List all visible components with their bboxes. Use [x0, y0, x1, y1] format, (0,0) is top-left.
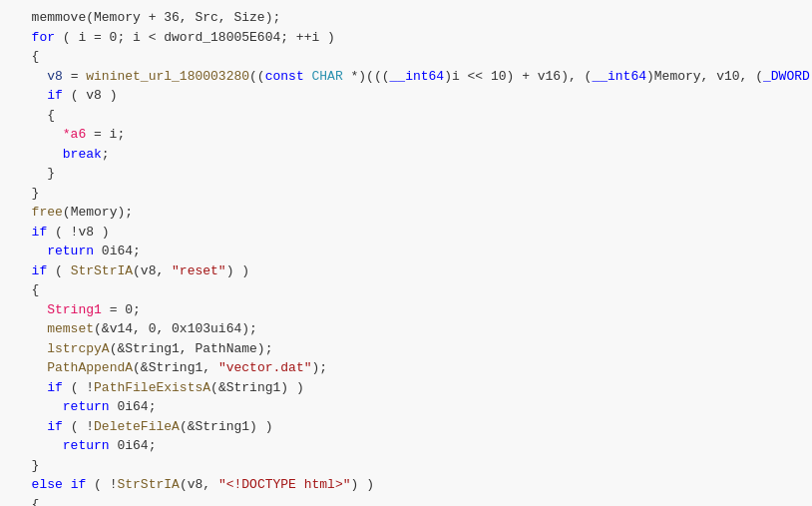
- token: (v8,: [133, 263, 172, 278]
- token: "<!DOCTYPE html>": [218, 477, 351, 492]
- line-content: {: [0, 280, 812, 300]
- token: PathAppendA: [47, 360, 133, 375]
- line-content: memset(&v14, 0, 0x103ui64);: [0, 319, 812, 339]
- token: ( i = 0; i < dword_18005E604; ++i ): [55, 30, 335, 45]
- token: {: [32, 282, 40, 297]
- token: ( !: [63, 380, 94, 395]
- token: wininet_url_180003280: [86, 69, 249, 84]
- token: (&String1,: [133, 360, 218, 375]
- code-line: if ( v8 ): [0, 86, 812, 106]
- token: if: [47, 419, 63, 434]
- token: ( !: [63, 419, 94, 434]
- line-content: }: [0, 164, 812, 184]
- token: ( !: [86, 477, 117, 492]
- line-content: return 0i64;: [0, 436, 812, 456]
- line-content: PathAppendA(&String1, "vector.dat");: [0, 358, 812, 378]
- token: lstrcpyA: [47, 341, 109, 356]
- token: {: [32, 497, 40, 507]
- code-line: for ( i = 0; i < dword_18005E604; ++i ): [0, 28, 812, 48]
- token: );: [312, 360, 328, 375]
- code-line: free(Memory);: [0, 203, 812, 223]
- code-line: }: [0, 164, 812, 184]
- line-content: if ( !PathFileExistsA(&String1) ): [0, 378, 812, 398]
- token: DeleteFileA: [94, 419, 180, 434]
- line-content: {: [0, 495, 812, 507]
- token: = 0;: [102, 302, 141, 317]
- token: {: [47, 108, 55, 123]
- line-content: }: [0, 184, 812, 204]
- line-content: return 0i64;: [0, 397, 812, 417]
- token: break: [63, 147, 102, 162]
- token: else: [32, 477, 63, 492]
- line-content: else if ( !StrStrIA(v8, "<!DOCTYPE html>…: [0, 475, 812, 495]
- token: __int64: [592, 69, 646, 84]
- token: return: [63, 399, 110, 414]
- token: CHAR: [312, 69, 343, 84]
- token: StrStrIA: [117, 477, 179, 492]
- line-content: if ( !DeleteFileA(&String1) ): [0, 417, 812, 437]
- token: ) ): [226, 263, 249, 278]
- token: (: [47, 263, 70, 278]
- token: if: [71, 477, 87, 492]
- token: (&String1) ): [180, 419, 273, 434]
- code-line: if ( StrStrIA(v8, "reset") ): [0, 261, 812, 281]
- line-content: if ( !v8 ): [0, 223, 812, 243]
- token: [63, 477, 71, 492]
- token: v8: [47, 69, 63, 84]
- token: (&String1, PathName);: [110, 341, 273, 356]
- code-line: v8 = wininet_url_180003280((const CHAR *…: [0, 67, 812, 87]
- code-line: return 0i64;: [0, 242, 812, 261]
- token: "vector.dat": [218, 360, 312, 375]
- line-content: lstrcpyA(&String1, PathName);: [0, 339, 812, 359]
- token: StrStrIA: [71, 263, 133, 278]
- token: return: [63, 438, 110, 453]
- token: }: [32, 186, 40, 201]
- code-line: *a6 = i;: [0, 125, 812, 145]
- line-content: return 0i64;: [0, 242, 812, 261]
- code-line: if ( !PathFileExistsA(&String1) ): [0, 378, 812, 398]
- token: }: [32, 458, 40, 473]
- token: String1: [47, 302, 102, 317]
- code-line: memmove(Memory + 36, Src, Size);: [0, 8, 812, 28]
- code-line: lstrcpyA(&String1, PathName);: [0, 339, 812, 359]
- code-line: break;: [0, 145, 812, 165]
- code-line: memset(&v14, 0, 0x103ui64);: [0, 319, 812, 339]
- line-content: for ( i = 0; i < dword_18005E604; ++i ): [0, 28, 812, 48]
- token: )i << 10) + v16), (: [444, 69, 592, 84]
- line-content: break;: [0, 145, 812, 165]
- token: = i;: [86, 127, 125, 142]
- token: ((: [249, 69, 265, 84]
- code-line: PathAppendA(&String1, "vector.dat");: [0, 358, 812, 378]
- code-line: {: [0, 495, 812, 507]
- code-line: String1 = 0;: [0, 300, 812, 320]
- token: =: [63, 69, 86, 84]
- token: {: [32, 49, 40, 64]
- token: if: [32, 225, 48, 240]
- token: *a6: [63, 127, 86, 142]
- code-line: else if ( !StrStrIA(v8, "<!DOCTYPE html>…: [0, 475, 812, 495]
- token: 0i64;: [110, 438, 157, 453]
- token: 0i64;: [110, 399, 157, 414]
- token: for: [32, 30, 55, 45]
- token: *)(((: [343, 69, 390, 84]
- code-line: {: [0, 280, 812, 300]
- code-line: return 0i64;: [0, 397, 812, 417]
- token: (v8,: [180, 477, 218, 492]
- token: }: [47, 166, 55, 181]
- token: ( !v8 ): [47, 225, 109, 240]
- token: if: [47, 88, 63, 103]
- token: ;: [102, 147, 110, 162]
- line-content: {: [0, 106, 812, 126]
- code-line: if ( !DeleteFileA(&String1) ): [0, 417, 812, 437]
- token: (&String1) ): [210, 380, 304, 395]
- line-content: String1 = 0;: [0, 300, 812, 320]
- token: )Memory, v10, (: [646, 69, 763, 84]
- token: free: [32, 205, 63, 220]
- line-content: memmove(Memory + 36, Src, Size);: [0, 8, 812, 28]
- code-line: }: [0, 456, 812, 476]
- token: "reset": [172, 263, 226, 278]
- token: ) ): [351, 477, 374, 492]
- code-line: {: [0, 47, 812, 67]
- code-line: {: [0, 106, 812, 126]
- token: memset: [47, 321, 94, 336]
